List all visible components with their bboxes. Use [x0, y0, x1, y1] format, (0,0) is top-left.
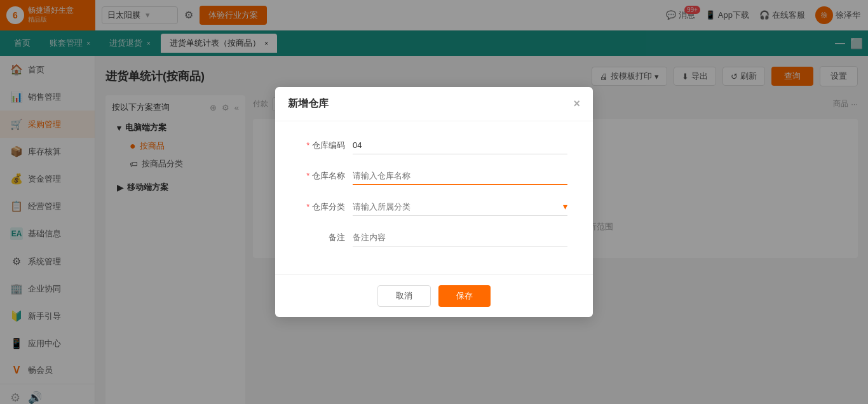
- category-chevron-icon: ▾: [563, 201, 567, 212]
- category-input[interactable]: [353, 202, 563, 212]
- note-input[interactable]: [353, 229, 567, 246]
- category-select[interactable]: ▾: [353, 198, 567, 216]
- category-label: 仓库分类: [301, 201, 345, 213]
- save-btn[interactable]: 保存: [438, 285, 491, 307]
- modal-header: 新增仓库 ×: [275, 87, 593, 121]
- form-row-code: 仓库编码: [301, 137, 567, 154]
- add-warehouse-modal: 新增仓库 × 仓库编码 仓库名称 仓库分类 ▾: [275, 87, 593, 317]
- form-row-name: 仓库名称: [301, 167, 567, 185]
- modal-close-btn[interactable]: ×: [573, 97, 580, 111]
- name-input[interactable]: [353, 167, 567, 185]
- form-row-note: 备注: [301, 229, 567, 246]
- code-label: 仓库编码: [301, 140, 345, 151]
- modal-title: 新增仓库: [288, 97, 329, 111]
- name-label: 仓库名称: [301, 170, 345, 182]
- modal-body: 仓库编码 仓库名称 仓库分类 ▾ 备注: [275, 121, 593, 274]
- cancel-btn[interactable]: 取消: [377, 285, 431, 307]
- note-label: 备注: [301, 232, 345, 243]
- code-input[interactable]: [353, 137, 567, 154]
- modal-overlay[interactable]: 新增仓库 × 仓库编码 仓库名称 仓库分类 ▾: [0, 0, 868, 404]
- form-row-category: 仓库分类 ▾: [301, 198, 567, 216]
- modal-footer: 取消 保存: [275, 274, 593, 317]
